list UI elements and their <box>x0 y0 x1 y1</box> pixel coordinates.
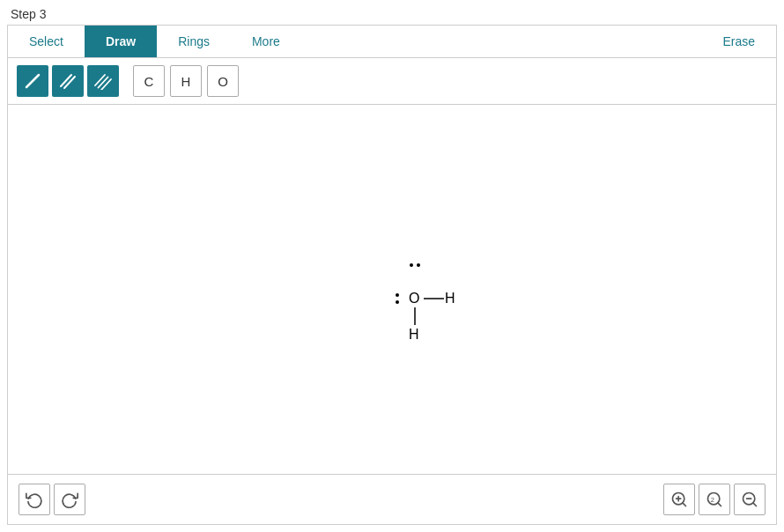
step-label: Step 3 <box>0 0 784 25</box>
drawing-area[interactable]: O H H <box>7 105 777 474</box>
svg-text:O: O <box>409 291 419 306</box>
redo-button[interactable] <box>54 484 85 515</box>
svg-point-7 <box>417 263 420 267</box>
bottom-right-controls: 2 <box>663 484 766 515</box>
svg-point-6 <box>410 263 413 267</box>
svg-line-3 <box>95 75 105 85</box>
svg-point-8 <box>396 293 399 297</box>
tab-rings[interactable]: Rings <box>157 26 231 57</box>
svg-line-5 <box>101 79 111 90</box>
toolbar-area: Select Draw Rings More Erase <box>7 25 777 105</box>
tool-bar: C H O <box>8 58 776 104</box>
svg-text:H: H <box>445 291 455 306</box>
svg-line-0 <box>26 75 39 87</box>
undo-button[interactable] <box>18 484 50 515</box>
atom-o-button[interactable]: O <box>207 65 239 97</box>
tab-select[interactable]: Select <box>8 26 85 57</box>
svg-line-23 <box>753 503 757 506</box>
svg-line-20 <box>718 503 721 506</box>
atom-h-button[interactable]: H <box>170 65 202 97</box>
zoom-out-button[interactable] <box>734 484 766 515</box>
bond-triple-button[interactable] <box>87 65 119 97</box>
svg-line-1 <box>61 75 71 86</box>
svg-text:H: H <box>409 327 419 342</box>
tab-erase[interactable]: Erase <box>701 26 776 57</box>
svg-text:2: 2 <box>711 496 714 504</box>
zoom-in-button[interactable] <box>663 484 695 515</box>
bottom-left-controls <box>18 484 85 515</box>
tab-bar: Select Draw Rings More Erase <box>8 26 776 58</box>
bond-double-button[interactable] <box>52 65 84 97</box>
bottom-bar: 2 <box>7 474 777 525</box>
tab-draw[interactable]: Draw <box>85 26 157 57</box>
tab-more[interactable]: More <box>231 26 301 57</box>
svg-line-4 <box>99 78 108 88</box>
app-container: Step 3 Select Draw Rings More Erase <box>0 0 784 532</box>
svg-line-16 <box>683 503 686 506</box>
molecule-display: O H H <box>360 255 466 343</box>
svg-line-2 <box>64 77 75 88</box>
zoom-fit-button[interactable]: 2 <box>699 484 730 515</box>
atom-c-button[interactable]: C <box>133 65 165 97</box>
svg-point-9 <box>396 300 399 304</box>
bond-single-button[interactable] <box>17 65 48 97</box>
